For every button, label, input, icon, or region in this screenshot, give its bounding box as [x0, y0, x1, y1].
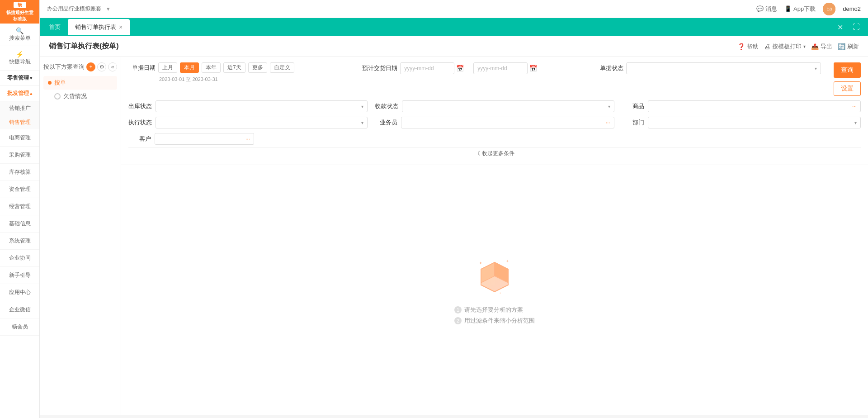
sidebar-item-wholesale[interactable]: 批发管理 ▴	[0, 86, 39, 101]
goods-dots: ···	[852, 103, 857, 109]
delivery-status-field: 出库状态 ▾	[128, 100, 368, 112]
customer-dots: ···	[245, 136, 250, 142]
sidebar-item-ecommerce[interactable]: 电商管理	[0, 129, 39, 147]
sales-label: 销售管理	[9, 119, 31, 125]
goods-input[interactable]: ···	[648, 100, 861, 112]
query-button[interactable]: 查询	[834, 62, 861, 78]
wechat-label: 企业微信	[3, 306, 37, 314]
main-area: 办公用品行业模拟账套 ▾ 💬 消息 📱 App下载 Ea demo2 首页 销售…	[40, 0, 868, 418]
add-scheme-button[interactable]: +	[86, 62, 95, 71]
avatar-image: Ea	[823, 3, 835, 15]
salesperson-input[interactable]: ···	[401, 117, 614, 128]
tab-close-button[interactable]: ✕	[834, 21, 846, 33]
left-panel: 按以下方案查询 + ⚙ « 按单 欠货情况	[40, 57, 121, 415]
date-btn-custom[interactable]: 自定义	[270, 62, 294, 73]
sidebar-item-finance[interactable]: 资金管理	[0, 181, 39, 198]
customer-input[interactable]: ···	[155, 133, 254, 145]
exec-status-label: 执行状态	[128, 119, 152, 127]
tab-sales-order[interactable]: 销售订单执行表 ×	[68, 19, 130, 35]
message-button[interactable]: 💬 消息	[756, 5, 777, 13]
refresh-button[interactable]: 🔄 刷新	[838, 43, 859, 51]
basics-label: 基础信息	[3, 220, 37, 228]
collapse-panel-button[interactable]: «	[108, 62, 117, 71]
app-logo[interactable]: 畅 畅捷通好生意 标准版	[0, 0, 39, 24]
system-label: 系统管理	[3, 237, 37, 245]
date-buttons-group: 上月 本月 本年 近7天 更多 自定义	[158, 62, 294, 73]
salesperson-control: ···	[401, 117, 614, 128]
payment-arrow: ▾	[608, 104, 610, 109]
payment-status-control: ▾	[402, 100, 614, 112]
goods-field: 商品 ···	[622, 100, 861, 112]
sidebar-item-sales[interactable]: 销售管理	[0, 115, 39, 129]
print-button[interactable]: 🖨 按模板打印 ▾	[764, 43, 806, 51]
sidebar-item-system[interactable]: 系统管理	[0, 233, 39, 250]
tab-home[interactable]: 首页	[42, 19, 68, 35]
sidebar-item-member[interactable]: 畅会员	[0, 318, 39, 336]
expected-date-end[interactable]: yyyy-mm-dd	[473, 62, 528, 74]
export-button[interactable]: 📤 导出	[811, 43, 832, 51]
page-title: 销售订单执行表(按单)	[49, 42, 119, 51]
sidebar-item-inventory[interactable]: 库存核算	[0, 164, 39, 181]
exec-status-select[interactable]: ▾	[156, 117, 368, 128]
scheme-item-main[interactable]: 按单	[43, 76, 117, 90]
breadcrumb-arrow: ▾	[107, 5, 110, 12]
sidebar-item-marketing[interactable]: 营销推广	[0, 101, 39, 115]
department-select[interactable]: ▾	[648, 117, 861, 128]
refresh-label: 刷新	[847, 43, 859, 51]
order-status-arrow: ▾	[815, 66, 817, 71]
date-btn-more[interactable]: 更多	[248, 62, 267, 73]
date-btn-this-year[interactable]: 本年	[202, 62, 221, 73]
hint-text-1: 请先选择要分析的方案	[464, 306, 523, 314]
hint-num-1: 1	[454, 306, 462, 314]
sidebar-item-basics[interactable]: 基础信息	[0, 215, 39, 233]
user-name: demo2	[843, 5, 861, 12]
sidebar-item-appcenter[interactable]: 应用中心	[0, 284, 39, 301]
delivery-status-select[interactable]: ▾	[156, 100, 368, 112]
order-status-group: 单据状态 ▾	[596, 62, 821, 74]
date-btn-last-7days[interactable]: 近7天	[223, 62, 245, 73]
app-download-button[interactable]: 📱 App下载	[784, 5, 816, 13]
empty-icon: ✦ ✦ ✦	[472, 253, 517, 299]
app-name: 畅捷通好生意	[6, 10, 33, 16]
scheme-sub-label: 欠货情况	[63, 92, 87, 100]
help-button[interactable]: ❓ 帮助	[737, 43, 759, 51]
cal-icon-end[interactable]: 📅	[529, 65, 537, 72]
settings-scheme-button[interactable]: ⚙	[97, 62, 106, 71]
goods-control: ···	[648, 100, 861, 112]
date-btn-this-month[interactable]: 本月	[180, 62, 199, 73]
scheme-main-label: 按单	[54, 79, 66, 87]
date-btn-last-month[interactable]: 上月	[158, 62, 177, 73]
sidebar-item-wechat[interactable]: 企业微信	[0, 301, 39, 318]
tabbar: 首页 销售订单执行表 × ✕ ⛶	[40, 18, 868, 36]
expected-date-start[interactable]: yyyy-mm-dd	[400, 62, 454, 74]
sub-scheme-dot	[54, 93, 61, 100]
print-arrow: ▾	[803, 44, 806, 49]
sidebar-item-purchase[interactable]: 采购管理	[0, 147, 39, 164]
order-status-select[interactable]: ▾	[626, 62, 821, 74]
sidebar-item-quick-nav[interactable]: ⚡ 快捷导航	[0, 46, 39, 71]
sidebar-item-enterprise[interactable]: 企业协同	[0, 250, 39, 267]
scheme-item-sub[interactable]: 欠货情况	[43, 90, 117, 103]
help-label: 帮助	[747, 43, 759, 51]
collapse-arrow: 《	[475, 150, 480, 157]
user-avatar[interactable]: Ea	[823, 3, 835, 15]
tab-maximize-button[interactable]: ⛶	[850, 21, 863, 33]
collapse-button[interactable]: 《 收起更多条件	[475, 150, 514, 157]
quick-nav-label: 快捷导航	[3, 58, 37, 66]
delivery-status-label: 出库状态	[128, 102, 152, 110]
sidebar-item-retail[interactable]: 零售管理 ▾	[0, 71, 39, 86]
expected-date-group: 预计交货日期 yyyy-mm-dd 📅 — yyyy-mm-dd	[362, 62, 587, 74]
department-label: 部门	[622, 119, 644, 127]
date-range-display: 2023-03-01 至 2023-03-31	[128, 76, 353, 83]
payment-status-select[interactable]: ▾	[402, 100, 614, 112]
sidebar-item-search[interactable]: 🔍 搜索菜单	[0, 24, 39, 46]
filter-row-4: 客户 ···	[128, 133, 861, 145]
sidebar-item-operations[interactable]: 经营管理	[0, 198, 39, 215]
settings-button[interactable]: 设置	[834, 81, 861, 96]
hint-text-2: 用过滤条件来缩小分析范围	[464, 317, 535, 325]
marketing-label: 营销推广	[9, 105, 31, 111]
query-label: 查询	[841, 66, 854, 73]
tab-close-icon[interactable]: ×	[119, 24, 123, 30]
cal-icon-start[interactable]: 📅	[456, 65, 464, 72]
sidebar-item-newuser[interactable]: 新手引导	[0, 267, 39, 284]
